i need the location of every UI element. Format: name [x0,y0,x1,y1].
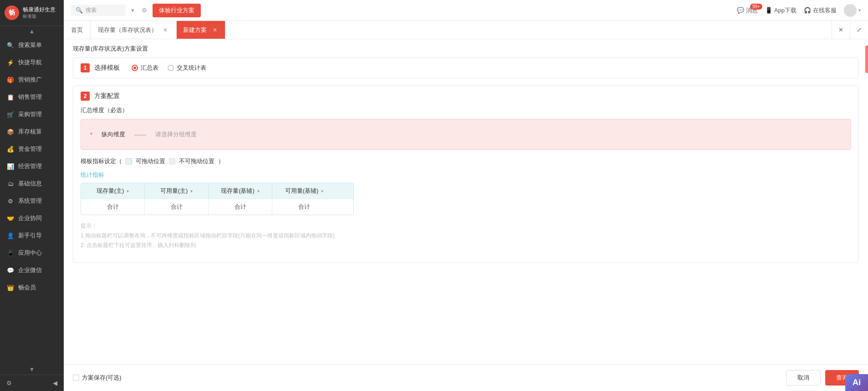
sidebar-item-inventory[interactable]: 📦 库存核算 [0,123,64,140]
basic-info-icon: 🗂 [6,180,15,188]
vertical-dimension-placeholder[interactable]: 请选择分组维度 [155,130,197,139]
tab-inventory-label: 现存量（库存状况表） [98,26,157,34]
sidebar-item-newbie[interactable]: 👤 新手引导 [0,227,64,244]
vertical-dimension-label: 纵向维度 [102,130,125,139]
tips-area: 提示： 1.拖动标题栏可以调整布局，不可跨维度或指标区域拖动栏目字段(只能在同一… [81,216,851,255]
stats-col-3[interactable]: 现存量(基辅) ▾ [209,183,272,199]
tip-2: 2. 点击标题栏下拉可设置排序、插入列和删除列 [81,241,851,251]
search-placeholder-text: 搜索 [86,6,97,14]
wechat-icon: 💬 [6,266,15,274]
collapse-icon[interactable]: ◀ [53,380,57,386]
sidebar-item-search-menu[interactable]: 🔍 搜索菜单 [0,36,64,54]
sidebar-scroll-down[interactable]: ▼ [0,364,64,375]
save-label: 方案保存(可选) [82,374,122,382]
stats-col-4[interactable]: 可用量(基辅) ▾ [272,183,336,199]
sidebar-item-member[interactable]: 👑 畅会员 [0,279,64,296]
non-draggable-label: 不可拖动位置 [179,157,214,165]
user-avatar[interactable]: ▾ [844,4,861,17]
tabs-bar: 首页 现存量（库存状况表） ✕ 新建方案 ✕ ✕ ⤢ [64,21,868,39]
sidebar: 畅 畅康通好生意 标准版 ▲ 🔍 搜索菜单 ⚡ 快捷导航 🎁 营销推广 📋 销售… [0,0,64,391]
stats-table: 现存量(主) ▾ 可用量(主) ▾ 现存量(基辅) ▾ [81,183,354,215]
stats-table-row: 合计 合计 合计 合计 [81,199,353,215]
sidebar-item-purchase[interactable]: 🛒 采购管理 [0,106,64,123]
message-btn[interactable]: 💬 消息 99+ [737,6,758,15]
trial-btn[interactable]: 体验行业方案 [153,4,201,17]
stats-col-1[interactable]: 现存量(主) ▾ [81,183,145,199]
stats-table-header: 现存量(主) ▾ 可用量(主) ▾ 现存量(基辅) ▾ [81,183,353,199]
sidebar-item-label: 搜索菜单 [18,41,42,49]
sidebar-bottom: ⚙ ◀ [0,375,64,391]
step1-header: 1 选择模板 汇总表 交叉统计表 [73,58,858,78]
radio-cross-circle [168,65,174,71]
inventory-icon: 📦 [6,128,15,136]
app-center-icon: 📱 [6,249,15,257]
radio-cross[interactable]: 交叉统计表 [168,64,206,72]
scheme-config-content: 汇总维度（必选） * 纵向维度 —— 请选择分组维度 模板指标设定（ 可拖动位 [73,106,858,262]
tab-inventory-close[interactable]: ✕ [162,26,169,34]
app-download-btn[interactable]: 📱 App下载 [765,6,797,15]
sidebar-item-sales[interactable]: 📋 销售管理 [0,88,64,106]
non-draggable-badge [169,158,175,165]
cancel-button[interactable]: 取消 [786,370,821,386]
topbar-right: 💬 消息 99+ 📱 App下载 🎧 在线客服 ▾ [737,4,861,17]
page-title: 现存量(库存状况表)方案设置 [73,39,859,57]
sidebar-scroll-up[interactable]: ▲ [0,26,64,36]
tab-home-label: 首页 [71,26,83,34]
tabs-right-buttons: ✕ ⤢ [832,21,868,39]
stats-col-2[interactable]: 可用量(主) ▾ [145,183,209,199]
stats-col-1-label: 现存量(主) [97,187,124,195]
topbar-gear-icon[interactable]: ⚙ [142,7,147,14]
sidebar-item-label: 库存核算 [18,128,42,136]
tab-close-all-btn[interactable]: ✕ [832,21,850,39]
service-btn[interactable]: 🎧 在线客服 [804,6,837,15]
avatar-image [844,4,857,17]
sidebar-item-app-center[interactable]: 📱 应用中心 [0,244,64,262]
radio-summary-label: 汇总表 [141,64,158,72]
tab-new-scheme-close[interactable]: ✕ [211,26,219,34]
step1-badge: 1 [81,63,90,72]
sidebar-item-wechat[interactable]: 💬 企业微信 [0,262,64,279]
sidebar-item-label: 经营管理 [18,162,42,170]
main-area: 🔍 搜索 ▾ ⚙ 体验行业方案 💬 消息 99+ 📱 App下载 🎧 在线客服 … [64,0,868,391]
save-checkbox[interactable] [73,375,79,381]
tab-home[interactable]: 首页 [64,21,91,39]
indicator-label: 模板指标设定（ 可拖动位置 不可拖动位置 ） [81,157,851,165]
sidebar-item-label: 畅会员 [18,283,36,292]
topbar-search[interactable]: 🔍 搜索 [71,5,126,16]
step2-title: 方案配置 [94,92,120,100]
template-options: 汇总表 交叉统计表 [132,64,206,72]
service-label: 在线客服 [813,6,837,15]
stats-cell-3: 合计 [209,199,272,215]
sales-icon: 📋 [6,93,15,101]
content-area: 现存量(库存状况表)方案设置 1 选择模板 汇总表 交叉统计表 [64,39,868,364]
settings-icon[interactable]: ⚙ [6,380,12,386]
radio-summary[interactable]: 汇总表 [132,64,158,72]
tab-inventory-status[interactable]: 现存量（库存状况表） ✕ [91,21,177,39]
chevron-down-icon: ▾ [858,8,861,13]
search-menu-icon: 🔍 [6,41,15,49]
topbar-dropdown-icon[interactable]: ▾ [131,7,134,14]
sidebar-item-quick-nav[interactable]: ⚡ 快捷导航 [0,54,64,71]
resize-handle[interactable] [865,46,868,73]
save-option[interactable]: 方案保存(可选) [73,374,122,382]
summary-dimension-label: 汇总维度（必选） [81,106,851,114]
sidebar-item-label: 企业微信 [18,266,42,274]
sidebar-item-basic-info[interactable]: 🗂 基础信息 [0,175,64,192]
sidebar-item-operations[interactable]: 📊 经营管理 [0,158,64,175]
sidebar-item-marketing[interactable]: 🎁 营销推广 [0,71,64,88]
logo-text-block: 畅康通好生意 标准版 [23,6,56,20]
ai-badge[interactable]: Ai [845,374,868,391]
draggable-badge [126,158,132,165]
logo-subtitle: 标准版 [23,13,56,20]
tab-expand-btn[interactable]: ⤢ [850,21,868,39]
sidebar-item-system[interactable]: ⚙ 系统管理 [0,192,64,210]
sidebar-item-label: 营销推广 [18,76,42,84]
step1-title: 选择模板 [94,64,120,72]
sidebar-item-contract[interactable]: 🤝 企业协同 [0,210,64,227]
sidebar-item-label: 应用中心 [18,249,42,257]
step2-badge: 2 [81,92,90,101]
dimension-required-star: * [90,131,92,138]
contract-icon: 🤝 [6,214,15,222]
tab-new-scheme[interactable]: 新建方案 ✕ [177,21,225,39]
sidebar-item-finance[interactable]: 💰 资金管理 [0,140,64,158]
